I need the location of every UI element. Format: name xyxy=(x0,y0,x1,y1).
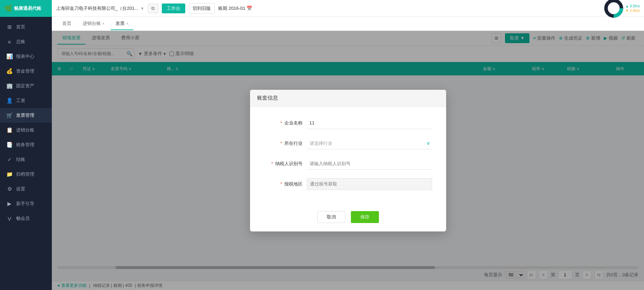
sidebar-item-report[interactable]: 📊 报表中心 xyxy=(0,49,52,64)
sidebar-item-label: 资金管理 xyxy=(16,68,34,74)
required-star-tax: * xyxy=(271,161,273,166)
logo-icon: 🌿 xyxy=(4,5,12,12)
company-selector[interactable]: 上海卯金刀电子科技有限公司_（台201... ▼ xyxy=(56,5,144,12)
modal-footer: 取消 保存 xyxy=(250,205,446,231)
speed-down: ▼ 2.6K/s xyxy=(625,9,640,13)
workbench-button[interactable]: 工作台 xyxy=(162,4,185,13)
settings-icon: ⚙ xyxy=(6,186,13,192)
vip-icon: V xyxy=(6,216,13,222)
sidebar-item-label: 总账 xyxy=(16,39,25,45)
speed-up: ▲ 8.5K/s xyxy=(625,4,640,8)
speed-display: ▲ 8.5K/s ▼ 2.6K/s xyxy=(625,4,640,13)
form-label-tax-region: * 报税地区 xyxy=(264,181,303,187)
topbar: 上海卯金刀电子科技有限公司_（台201... ▼ ⧉ 工作台 切到旧版 账期 2… xyxy=(52,0,644,17)
cancel-button[interactable]: 取消 xyxy=(317,211,345,223)
sidebar-item-payroll[interactable]: 👤 工资 xyxy=(0,93,52,108)
sidebar-item-label: 结账 xyxy=(16,156,25,163)
tab-salesledger-label: 进销台账 xyxy=(83,20,101,27)
sidebar-item-home[interactable]: ⊞ 首页 xyxy=(0,20,52,34)
sidebar-item-settings[interactable]: ⚙ 设置 xyxy=(0,182,52,196)
tab-home[interactable]: 首页 xyxy=(57,18,76,30)
tab-invoice-label: 发票 xyxy=(116,20,125,27)
sidebar-item-label: 工资 xyxy=(16,97,25,104)
company-arrow-icon: ▼ xyxy=(140,6,144,11)
payroll-icon: 👤 xyxy=(6,97,13,104)
archive-icon: 📁 xyxy=(6,171,13,177)
form-row-company: * 企业名称 xyxy=(264,117,432,129)
report-icon: 📊 xyxy=(6,53,13,60)
invoice-icon: 🛒 xyxy=(6,112,13,119)
form-row-tax-region: * 报税地区 xyxy=(264,178,432,190)
tab-invoice[interactable]: 发票 × xyxy=(111,18,133,30)
tab-salesledger-close[interactable]: × xyxy=(102,21,104,26)
industry-select-wrapper: 请选择行业 ∨ xyxy=(307,137,432,149)
period-display: 账期 2016-01 📅 xyxy=(218,5,252,12)
sidebar-item-tax[interactable]: 📑 税务管理 xyxy=(0,137,52,152)
sidebar-item-fixed[interactable]: 🏢 固定资产 xyxy=(0,79,52,93)
sidebar-item-label: 发票管理 xyxy=(16,112,34,119)
copy-icon: ⧉ xyxy=(151,6,154,11)
salesledger-icon: 📋 xyxy=(6,127,13,133)
calendar-icon[interactable]: 📅 xyxy=(247,6,252,11)
svg-text:49%: 49% xyxy=(609,6,618,11)
topbar-right: 49% ▲ 8.5K/s ▼ 2.6K/s xyxy=(604,0,640,18)
required-star: * xyxy=(281,120,282,126)
company-name: 上海卯金刀电子科技有限公司_（台201... xyxy=(56,5,138,12)
tab-salesledger[interactable]: 进销台账 × xyxy=(78,18,109,30)
sidebar-item-label: 税务管理 xyxy=(16,142,34,148)
industry-select[interactable]: 请选择行业 xyxy=(307,137,432,149)
sidebar-item-label: 进销台账 xyxy=(16,127,34,133)
sidebar-nav: ⊞ 首页 ≡ 总账 📊 报表中心 💰 资金管理 🏢 固定资产 👤 工资 xyxy=(0,17,52,290)
tab-invoice-close[interactable]: × xyxy=(126,21,128,26)
sidebar-item-ledger[interactable]: ≡ 总账 xyxy=(0,34,52,49)
save-button[interactable]: 保存 xyxy=(351,211,379,223)
sidebar-item-label: 归档管理 xyxy=(16,171,34,177)
form-label-tax-id: * 纳税人识别号 xyxy=(264,161,303,167)
network-donut-chart: 49% xyxy=(604,0,623,18)
sidebar-item-invoice[interactable]: 🛒 发票管理 xyxy=(0,108,52,123)
main-content: 上海卯金刀电子科技有限公司_（台201... ▼ ⧉ 工作台 切到旧版 账期 2… xyxy=(52,0,644,290)
tax-region-input xyxy=(307,178,432,190)
sidebar-item-capital[interactable]: 💰 资金管理 xyxy=(0,64,52,79)
page-content: 销项发票 进项发票 费用小票 ⊞ 取票 ▼ ≡ 批量操作 ⊕ 生成凭证 xyxy=(52,31,644,290)
sidebar-item-guide[interactable]: ▶ 新手引导 xyxy=(0,196,52,211)
network-circle-wrapper: 49% xyxy=(604,0,623,18)
period-label: 账期 xyxy=(218,5,227,12)
sidebar-item-label: 设置 xyxy=(16,186,25,192)
sidebar-item-salesledger[interactable]: 📋 进销台账 xyxy=(0,123,52,137)
tax-id-input[interactable] xyxy=(307,158,432,170)
sidebar-item-vip[interactable]: V 畅会员 xyxy=(0,211,52,226)
copy-button[interactable]: ⧉ xyxy=(148,4,158,13)
sidebar-item-label: 畅会员 xyxy=(16,215,30,222)
sidebar-item-archive[interactable]: 📁 归档管理 xyxy=(0,167,52,182)
switch-old-button[interactable]: 切到旧版 xyxy=(189,3,215,14)
modal-title: 账套信息 xyxy=(257,95,278,101)
app-name: 畅康通易代账 xyxy=(14,5,41,12)
form-label-company: * 企业名称 xyxy=(264,120,303,126)
network-indicator: 49% ▲ 8.5K/s ▼ 2.6K/s xyxy=(604,0,640,18)
sidebar-item-label: 首页 xyxy=(16,24,25,30)
tax-icon: 📑 xyxy=(6,142,13,148)
checkout-icon: ✓ xyxy=(6,156,13,163)
modal-dialog: 账套信息 * 企业名称 xyxy=(250,90,446,231)
home-icon: ⊞ xyxy=(6,24,13,30)
app-logo: 🌿 畅康通易代账 xyxy=(0,0,52,17)
capital-icon: 💰 xyxy=(6,68,13,74)
company-name-input[interactable] xyxy=(307,117,432,129)
form-label-industry: * 所在行业 xyxy=(264,140,303,147)
sidebar-item-label: 报表中心 xyxy=(16,53,34,60)
tab-bar: 首页 进销台账 × 发票 × xyxy=(52,17,644,31)
sidebar-item-checkout[interactable]: ✓ 结账 xyxy=(0,152,52,167)
modal-body: * 企业名称 * 所在行业 xyxy=(250,107,446,205)
sidebar-item-label: 新手引导 xyxy=(16,201,34,207)
sidebar-item-label: 固定资产 xyxy=(16,83,34,89)
fixed-icon: 🏢 xyxy=(6,83,13,89)
modal-header: 账套信息 xyxy=(250,90,446,107)
required-star-region: * xyxy=(281,181,282,187)
ledger-icon: ≡ xyxy=(6,39,13,45)
period-value: 2016-01 xyxy=(229,6,245,11)
form-row-industry: * 所在行业 请选择行业 ∨ xyxy=(264,137,432,149)
form-row-tax-id: * 纳税人识别号 xyxy=(264,158,432,170)
modal-overlay[interactable]: 账套信息 * 企业名称 xyxy=(52,31,644,290)
required-star-industry: * xyxy=(281,141,282,146)
